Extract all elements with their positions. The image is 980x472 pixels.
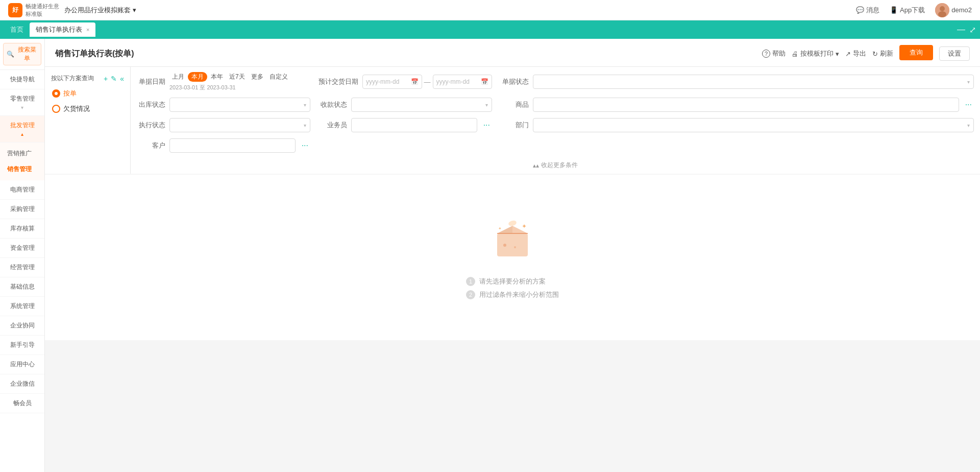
user-area[interactable]: demo2: [935, 3, 972, 17]
sidebar-item-system[interactable]: 系统管理: [0, 297, 44, 316]
ship-status-select[interactable]: [169, 98, 310, 112]
date-tab-this-month[interactable]: 本月: [188, 72, 207, 82]
date-tab-custom[interactable]: 自定义: [267, 72, 290, 82]
sidebar-item-ecommerce[interactable]: 电商管理: [0, 180, 44, 200]
chevron-down-icon: ▾: [133, 6, 136, 14]
salesperson-input[interactable]: [351, 118, 477, 132]
date-range-text: 2023-03-01 至 2023-03-31: [169, 84, 290, 91]
wholesale-label: 批发管理: [10, 121, 35, 130]
sidebar-item-enterprise[interactable]: 企业协同: [0, 316, 44, 336]
logo-icon: 好: [8, 3, 22, 17]
sidebar-item-wechat[interactable]: 企业微信: [0, 374, 44, 394]
empty-state: ✦ ✦ 1 请先选择要分析的方案 2 用过滤条件来缩小分析范围: [45, 175, 980, 340]
ship-status-label: 出库状态: [137, 100, 165, 109]
tab-home[interactable]: 首页: [4, 22, 30, 37]
sidebar-item-appstore[interactable]: 应用中心: [0, 355, 44, 374]
collection-status-label: 收款状态: [318, 100, 347, 109]
exec-status-select[interactable]: [169, 118, 310, 132]
scheme-item-by-order[interactable]: 按单: [45, 86, 130, 101]
product-input[interactable]: [533, 98, 959, 112]
scheme-by-debt-label: 欠货情况: [63, 104, 90, 113]
date-label: 单据日期: [137, 77, 165, 86]
collapse-scheme-button[interactable]: «: [120, 75, 124, 83]
dept-select-wrapper: ▾: [533, 118, 974, 132]
refresh-button[interactable]: ↻ 刷新: [872, 49, 893, 58]
date-tab-this-year[interactable]: 本年: [208, 72, 226, 82]
ecommerce-label: 电商管理: [10, 185, 35, 194]
calendar-icon-end: 📅: [481, 78, 488, 85]
sidebar-item-finance[interactable]: 资金管理: [0, 239, 44, 258]
expected-date-start-input[interactable]: yyyy-mm-dd 📅: [362, 75, 422, 89]
sidebar-sub-wholesale: 营销推广 销售管理: [0, 143, 44, 180]
add-scheme-button[interactable]: +: [104, 75, 108, 83]
export-button[interactable]: ↗ 导出: [845, 49, 866, 58]
empty-hint-2: 2 用过滤条件来缩小分析范围: [466, 290, 559, 299]
sidebar-item-newbie[interactable]: 新手引导: [0, 336, 44, 355]
refresh-icon: ↻: [872, 50, 878, 58]
tab-sales-order[interactable]: 销售订单执行表 ×: [30, 22, 95, 37]
date-tab-more[interactable]: 更多: [249, 72, 266, 82]
scheme-dot-by-order: [52, 89, 60, 98]
page-title-bar: 销售订单执行表(按单) ? 帮助 🖨 按模板打印 ▾ ↗ 导出 ↻ 刷新: [45, 39, 980, 67]
product-dots-button[interactable]: ···: [963, 100, 974, 109]
collapse-label: 收起更多条件: [541, 161, 578, 170]
filter-fields-area: 单据日期 上月 本月 本年 近7天 更多 自定义 2023-03-01 至 20…: [131, 67, 980, 174]
edit-scheme-button[interactable]: ✎: [111, 75, 117, 83]
user-avatar: [935, 3, 949, 17]
status-select[interactable]: [533, 75, 974, 89]
app-selector[interactable]: 办公用品行业模拟账套 ▾: [64, 6, 136, 15]
sidebar-item-quick-nav[interactable]: 快捷导航: [0, 70, 44, 89]
empty-hints: 1 请先选择要分析的方案 2 用过滤条件来缩小分析范围: [466, 277, 559, 299]
tab-close-icon[interactable]: ×: [86, 27, 89, 33]
tab-maximize-icon[interactable]: ⤢: [969, 25, 976, 35]
header-left: 好 畅捷通好生意 标准版 办公用品行业模拟账套 ▾: [8, 3, 136, 17]
sidebar-item-basic[interactable]: 基础信息: [0, 277, 44, 297]
svg-rect-3: [497, 233, 528, 256]
sidebar-sub-marketing[interactable]: 营销推广: [0, 146, 44, 161]
svg-text:✦: ✦: [498, 226, 502, 231]
customer-dots-button[interactable]: ···: [300, 141, 310, 150]
message-icon: 💬: [856, 6, 864, 14]
filter-exec-status-field: 执行状态 ▾: [137, 118, 310, 132]
help-button[interactable]: ? 帮助: [762, 49, 786, 58]
app-download-button[interactable]: 📱 App下载: [890, 6, 925, 15]
status-label: 单据状态: [500, 77, 529, 86]
tab-minimize-icon[interactable]: —: [957, 25, 965, 34]
collection-status-select[interactable]: [351, 98, 492, 112]
date-picker-area: 上月 本月 本年 近7天 更多 自定义 2023-03-01 至 2023-03…: [169, 72, 290, 91]
empty-icon: ✦ ✦: [487, 216, 538, 267]
message-button[interactable]: 💬 消息: [856, 6, 879, 15]
settings-button[interactable]: 设置: [939, 46, 970, 61]
enterprise-label: 企业协同: [10, 321, 35, 330]
search-menu-button[interactable]: 🔍 搜索菜单: [3, 43, 41, 65]
filter-dept-field: 部门 ▾: [500, 118, 974, 132]
sidebar-item-wholesale[interactable]: 批发管理 ▴: [0, 116, 44, 143]
sidebar-sub-sales[interactable]: 销售管理: [0, 161, 44, 177]
sidebar-item-operation[interactable]: 经营管理: [0, 258, 44, 277]
dept-select[interactable]: [533, 118, 974, 132]
sidebar-item-member[interactable]: 畅会员: [0, 394, 44, 413]
customer-input[interactable]: [169, 138, 296, 153]
help-icon: ?: [762, 50, 770, 58]
expected-date-range: yyyy-mm-dd 📅 — yyyy-mm-dd 📅: [362, 75, 492, 89]
wechat-label: 企业微信: [10, 380, 35, 388]
sales-label: 销售管理: [7, 165, 32, 174]
salesperson-dots-button[interactable]: ···: [481, 121, 492, 130]
date-tabs: 上月 本月 本年 近7天 更多 自定义: [169, 72, 290, 82]
date-tab-last-month[interactable]: 上月: [169, 72, 187, 82]
expected-date-end-input[interactable]: yyyy-mm-dd 📅: [433, 75, 493, 89]
main-layout: 🔍 搜索菜单 快捷导航 零售管理 ▾ 批发管理 ▴ 营销推广 销售管理 电商管理: [0, 39, 980, 472]
appstore-label: 应用中心: [10, 360, 35, 369]
exec-status-select-wrapper: ▾: [169, 118, 310, 132]
filter-row-3: 执行状态 ▾ 业务员 ··· 部门: [137, 118, 974, 132]
date-tab-7days[interactable]: 近7天: [227, 72, 248, 82]
export-label: 导出: [853, 49, 866, 58]
scheme-item-by-debt[interactable]: 欠货情况: [45, 101, 130, 116]
filter-row-2: 出库状态 ▾ 收款状态: [137, 98, 974, 112]
query-button[interactable]: 查询: [899, 45, 933, 60]
sidebar-item-purchase[interactable]: 采购管理: [0, 200, 44, 219]
collapse-button[interactable]: ▴▴ 收起更多条件: [533, 161, 578, 170]
sidebar-item-retail[interactable]: 零售管理 ▾: [0, 89, 44, 116]
template-print-button[interactable]: 🖨 按模板打印 ▾: [792, 49, 839, 58]
sidebar-item-inventory[interactable]: 库存核算: [0, 219, 44, 239]
